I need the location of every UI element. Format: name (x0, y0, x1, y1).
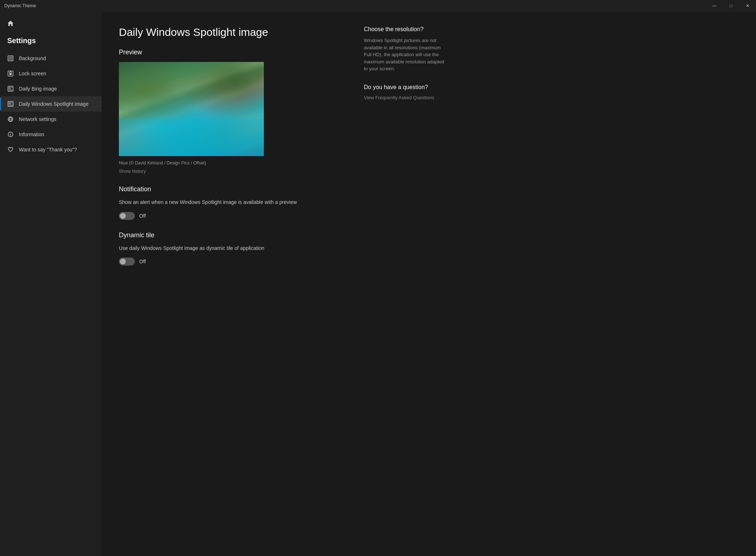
svg-rect-3 (9, 73, 12, 75)
image-caption: Niue (© David Kirkland / Design Pics / O… (119, 160, 338, 166)
side-panel: Choose the resolution? Windows Spotlight… (355, 12, 457, 556)
sidebar-settings-label: Settings (0, 34, 101, 51)
svg-rect-1 (9, 57, 12, 60)
show-history-link[interactable]: Show history (119, 168, 338, 174)
maximize-button[interactable]: □ (723, 0, 739, 12)
daily-spotlight-icon (7, 101, 14, 107)
content-area: Daily Windows Spotlight image Preview Ni… (101, 12, 756, 556)
sidebar-item-thank-you-label: Want to say "Thank you"? (19, 147, 77, 152)
dynamic-tile-toggle[interactable] (119, 258, 135, 266)
sidebar-item-information[interactable]: Information (0, 127, 101, 142)
resolution-text: Windows Spotlight pictures are not avail… (364, 37, 448, 72)
notification-desc: Show an alert when a new Windows Spotlig… (119, 199, 338, 206)
svg-rect-6 (11, 87, 12, 88)
sidebar-item-thank-you[interactable]: Want to say "Thank you"? (0, 142, 101, 157)
sidebar-item-background-label: Background (19, 55, 46, 61)
sidebar-item-daily-bing-label: Daily Bing image (19, 86, 57, 92)
notification-toggle[interactable] (119, 212, 135, 220)
sidebar-item-network-settings[interactable]: Network settings (0, 112, 101, 127)
sidebar-item-lock-screen-label: Lock screen (19, 71, 46, 76)
thank-you-icon (7, 146, 14, 153)
information-icon (7, 131, 14, 138)
dynamic-tile-toggle-row: Off (119, 258, 338, 266)
app-body: Settings Background Lock screen Daily Bi… (0, 12, 756, 556)
daily-bing-icon (7, 85, 14, 92)
dynamic-tile-section-title: Dynamic tile (119, 231, 338, 239)
app-title: Dynamic Theme (4, 3, 36, 8)
minimize-button[interactable]: — (706, 0, 723, 12)
preview-image (119, 62, 264, 156)
notification-toggle-row: Off (119, 212, 338, 220)
notification-toggle-label: Off (139, 213, 146, 219)
notification-section-title: Notification (119, 185, 338, 193)
sidebar-item-lock-screen[interactable]: Lock screen (0, 66, 101, 81)
svg-rect-9 (9, 102, 11, 104)
dynamic-tile-desc: Use daily Windows Spotlight image as dyn… (119, 245, 338, 252)
svg-point-15 (10, 133, 11, 134)
sidebar: Settings Background Lock screen Daily Bi… (0, 12, 101, 556)
lock-screen-icon (7, 70, 14, 77)
sidebar-item-daily-spotlight-label: Daily Windows Spotlight image (19, 101, 88, 107)
sidebar-item-information-label: Information (19, 131, 44, 137)
sidebar-item-network-settings-label: Network settings (19, 116, 56, 122)
faq-link[interactable]: View Frequently Asked Questions (364, 95, 448, 100)
network-settings-icon (7, 116, 14, 122)
resolution-title: Choose the resolution? (364, 26, 448, 33)
sidebar-item-daily-bing[interactable]: Daily Bing image (0, 81, 101, 96)
svg-rect-10 (11, 102, 12, 103)
svg-rect-11 (9, 105, 12, 106)
main-panel: Daily Windows Spotlight image Preview Ni… (101, 12, 355, 556)
home-icon (7, 20, 14, 27)
window-controls: — □ ✕ (706, 0, 756, 12)
preview-section-title: Preview (119, 49, 338, 56)
sidebar-item-daily-spotlight[interactable]: Daily Windows Spotlight image (0, 96, 101, 112)
question-title: Do you have a question? (364, 84, 448, 91)
preview-image-container (119, 62, 264, 156)
page-title: Daily Windows Spotlight image (119, 26, 338, 38)
sidebar-item-background[interactable]: Background (0, 51, 101, 66)
svg-rect-5 (9, 87, 11, 89)
svg-rect-7 (9, 89, 12, 91)
titlebar: Dynamic Theme — □ ✕ (0, 0, 756, 12)
background-icon (7, 55, 14, 62)
dynamic-tile-toggle-label: Off (139, 259, 146, 264)
sidebar-home-button[interactable] (0, 14, 101, 34)
close-button[interactable]: ✕ (739, 0, 756, 12)
